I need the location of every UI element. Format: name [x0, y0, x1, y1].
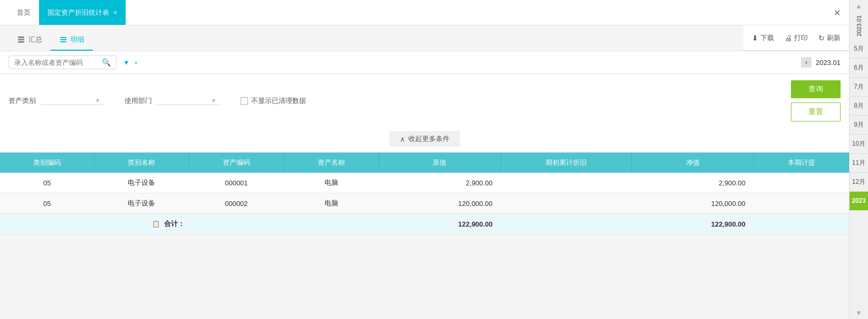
download-button[interactable]: ⬇ 下载 — [752, 33, 774, 43]
cell-accum-depreciation — [501, 173, 631, 193]
tab-detail[interactable]: 明细 — [51, 30, 93, 51]
right-sidebar: ▲ 2023.01 5月 6月 7月 8月 9月 10月 11月 12月 202… — [849, 0, 868, 319]
cell-category-code: 05 — [0, 173, 94, 193]
print-label: 打印 — [794, 33, 808, 43]
col-net-value: 净值 — [632, 153, 754, 173]
sidebar-month-10[interactable]: 10月 — [850, 135, 868, 154]
cell-asset-name: 电脑 — [284, 193, 379, 214]
layers-icon — [17, 35, 25, 44]
table-total-row: 📋 合计： 122,900.00 122,900.00 — [0, 214, 849, 234]
table-row: 05 电子设备 000001 电脑 2,900.00 2,900.00 — [0, 173, 849, 193]
sidebar-month-9[interactable]: 9月 — [850, 116, 868, 135]
sidebar-month-7[interactable]: 7月 — [850, 78, 868, 97]
window-close-button[interactable]: ✕ — [834, 7, 841, 17]
department-filter: 使用部门 ▼ — [125, 96, 220, 106]
total-empty1 — [189, 214, 284, 234]
hide-cleared-group[interactable]: 不显示已清理数据 — [241, 96, 306, 106]
total-original-value: 122,900.00 — [378, 214, 501, 234]
date-display: 2023.01 — [816, 59, 841, 67]
print-button[interactable]: 🖨 打印 — [785, 33, 808, 43]
asset-type-filter: 资产类别 ▼ — [8, 96, 103, 106]
filter-icon: ▼ — [123, 59, 130, 67]
total-label: 合计： — [164, 220, 185, 228]
active-tab[interactable]: 固定资产折旧统计表 × — [39, 0, 126, 25]
department-arrow: ▼ — [211, 98, 216, 104]
toolbar: ⬇ 下载 🖨 打印 ↻ 刷新 — [743, 25, 849, 51]
more-conditions-button[interactable]: ▼ ∨ — [123, 59, 138, 67]
asset-type-label: 资产类别 — [8, 96, 36, 106]
cell-current-period — [754, 173, 849, 193]
cell-category-name: 电子设备 — [94, 193, 189, 214]
svg-rect-1 — [18, 39, 24, 41]
chevron-down-icon: ∨ — [134, 60, 138, 65]
tab-label: 固定资产折旧统计表 — [47, 8, 109, 17]
download-icon: ⬇ — [752, 34, 758, 42]
print-icon: 🖨 — [785, 34, 792, 42]
download-label: 下载 — [760, 33, 774, 43]
col-current-period: 本期计提 — [754, 153, 849, 173]
sidebar-month-8[interactable]: 8月 — [850, 97, 868, 116]
sidebar-year-2023[interactable]: 2023 — [850, 192, 868, 211]
collapse-button[interactable]: ∧ 收起更多条件 — [389, 131, 460, 147]
cell-original-value: 2,900.00 — [378, 173, 501, 193]
department-label: 使用部门 — [125, 96, 152, 106]
cell-net-value: 2,900.00 — [632, 173, 754, 193]
department-select[interactable]: ▼ — [156, 97, 220, 105]
table-header-row: 类别编码 类别名称 资产编码 资产名称 原值 期初累计折旧 净值 本期计提 — [0, 153, 849, 173]
query-button[interactable]: 查询 — [791, 80, 841, 98]
chevron-up-icon: ∧ — [400, 135, 405, 143]
search-input-wrap[interactable]: 🔍 — [8, 55, 117, 69]
svg-rect-0 — [18, 36, 24, 38]
sidebar-scroll-down[interactable]: ▼ — [853, 307, 864, 319]
col-category-name: 类别名称 — [94, 153, 189, 173]
total-net-value: 122,900.00 — [632, 214, 754, 234]
sidebar-date: 2023.01 — [856, 13, 862, 39]
sidebar-month-12[interactable]: 12月 — [850, 173, 868, 192]
tab-close-icon[interactable]: × — [113, 9, 117, 16]
svg-rect-2 — [18, 41, 24, 43]
refresh-label: 刷新 — [827, 33, 841, 43]
table-row: 05 电子设备 000002 电脑 120,000.00 120,000.00 — [0, 193, 849, 214]
tab-summary[interactable]: 汇总 — [8, 30, 51, 51]
nav-home[interactable]: 首页 — [8, 8, 39, 17]
hide-cleared-checkbox[interactable] — [241, 97, 248, 105]
data-table-wrap: 类别编码 类别名称 资产编码 资产名称 原值 期初累计折旧 净值 本期计提 05… — [0, 153, 849, 234]
search-icon[interactable]: 🔍 — [102, 58, 111, 67]
tab-summary-label: 汇总 — [28, 35, 42, 44]
asset-type-select[interactable]: ▼ — [40, 97, 103, 105]
sidebar-month-6[interactable]: 6月 — [850, 59, 868, 78]
chevron-right-icon: › — [805, 59, 807, 66]
total-icon: 📋 — [152, 220, 160, 228]
cell-net-value: 120,000.00 — [632, 193, 754, 214]
collapse-bar: ∧ 收起更多条件 — [8, 126, 841, 152]
total-label-cell: 📋 合计： — [0, 214, 189, 234]
expand-panel-button[interactable]: › — [801, 57, 812, 68]
reset-button[interactable]: 重置 — [791, 102, 841, 121]
total-current-period — [754, 214, 849, 234]
collapse-label: 收起更多条件 — [408, 134, 450, 144]
sidebar-month-5[interactable]: 5月 — [850, 40, 868, 59]
svg-rect-5 — [60, 41, 66, 42]
refresh-button[interactable]: ↻ 刷新 — [818, 33, 841, 43]
col-accum-depreciation: 期初累计折旧 — [501, 153, 631, 173]
svg-rect-4 — [60, 39, 66, 40]
search-input[interactable] — [14, 59, 99, 67]
filter-area: 资产类别 ▼ 使用部门 ▼ 不显示已清理数据 — [0, 74, 849, 153]
refresh-icon: ↻ — [818, 34, 825, 42]
data-table: 类别编码 类别名称 资产编码 资产名称 原值 期初累计折旧 净值 本期计提 05… — [0, 153, 849, 234]
col-asset-name: 资产名称 — [284, 153, 379, 173]
sidebar-month-11[interactable]: 11月 — [850, 154, 868, 173]
cell-current-period — [754, 193, 849, 214]
list-icon — [59, 35, 68, 44]
top-nav: 首页 固定资产折旧统计表 × ✕ — [0, 0, 849, 25]
total-accum-depreciation — [501, 214, 631, 234]
filter-buttons: 查询 重置 — [791, 80, 841, 121]
cell-accum-depreciation — [501, 193, 631, 214]
cell-category-name: 电子设备 — [94, 173, 189, 193]
col-original-value: 原值 — [378, 153, 501, 173]
col-category-code: 类别编码 — [0, 153, 94, 173]
cell-asset-code: 000001 — [189, 173, 284, 193]
sidebar-scroll-up[interactable]: ▲ — [853, 0, 864, 12]
cell-category-code: 05 — [0, 193, 94, 214]
svg-rect-3 — [60, 37, 66, 38]
